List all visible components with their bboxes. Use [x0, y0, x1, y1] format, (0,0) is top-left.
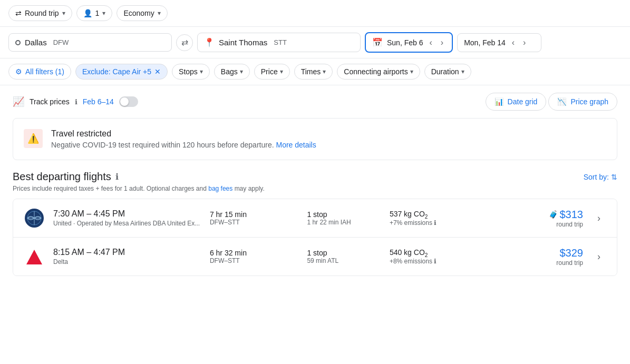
price-chevron-icon: ▾ — [280, 68, 283, 75]
united-globe-svg — [27, 211, 42, 225]
flights-section: Best departing flights ℹ Sort by: ⇅ Pric… — [0, 160, 630, 287]
sort-icon: ⇅ — [611, 173, 617, 181]
destination-icon: 📍 — [204, 37, 215, 47]
restriction-title: Travel restricted — [51, 129, 316, 139]
depart-date: Sun, Feb 6 — [387, 38, 423, 47]
depart-date-field[interactable]: 📅 Sun, Feb 6 ‹ › — [365, 32, 453, 53]
emission-percent: +8% emissions ℹ — [390, 258, 501, 265]
flight-times-delta: 8:15 AM – 4:47 PM Delta — [53, 248, 201, 265]
flight-price-united: 🧳 $313 round trip — [509, 209, 583, 228]
flights-list: 7:30 AM – 4:45 PM United · Operated by M… — [13, 199, 617, 276]
price-graph-button[interactable]: 📉 Price graph — [548, 93, 617, 111]
connecting-airports-filter[interactable]: Connecting airports ▾ — [337, 64, 420, 80]
duration-text: 6 hr 32 min — [210, 249, 299, 257]
date-grid-label: Date grid — [508, 97, 538, 106]
track-prices-toggle[interactable] — [119, 96, 138, 107]
airline-name: United · Operated by Mesa Airlines DBA U… — [53, 220, 201, 227]
times-filter[interactable]: Times ▾ — [294, 64, 333, 80]
stop-detail: 59 min ATL — [307, 257, 381, 264]
destination-field[interactable]: 📍 Saint Thomas STT — [197, 33, 361, 52]
toggle-circle — [120, 97, 129, 106]
section-subtitle: Prices include required taxes + fees for… — [13, 185, 617, 192]
track-prices-label: Track prices — [30, 97, 70, 106]
cabin-chevron-icon: ▾ — [158, 9, 161, 17]
bag-fees-link[interactable]: bag fees — [208, 185, 232, 192]
chevron-down-icon: › — [597, 213, 600, 224]
travel-restriction-banner: ⚠️ Travel restricted Negative COVID-19 t… — [13, 118, 617, 160]
price-amount: $313 — [560, 209, 584, 221]
flight-stops-delta: 1 stop 59 min ATL — [307, 249, 381, 264]
date-grid-button[interactable]: 📊 Date grid — [486, 93, 547, 111]
table-row[interactable]: 7:30 AM – 4:45 PM United · Operated by M… — [13, 199, 617, 238]
destination-city: Saint Thomas — [219, 38, 267, 47]
restriction-body: Negative COVID-19 test required within 1… — [51, 141, 274, 149]
flight-emissions-delta: 540 kg CO2 +8% emissions ℹ — [390, 248, 501, 265]
section-title-text: Best departing flights — [13, 171, 111, 183]
emission-amount: 540 kg CO2 — [390, 248, 501, 258]
passengers-chevron-icon: ▾ — [102, 9, 105, 17]
expand-button-united[interactable]: › — [592, 211, 606, 225]
track-prices-bar: 📈 Track prices ℹ Feb 6–14 📊 Date grid 📉 … — [0, 85, 630, 118]
stops-filter[interactable]: Stops ▾ — [172, 64, 210, 80]
stop-detail: 1 hr 22 min IAH — [307, 219, 381, 226]
flight-duration-united: 7 hr 15 min DFW–STT — [210, 210, 299, 226]
search-bar: Dallas DFW ⇄ 📍 Saint Thomas STT 📅 Sun, F… — [0, 27, 630, 58]
emission-info-icon[interactable]: ℹ — [434, 219, 437, 227]
sort-by-button[interactable]: Sort by: ⇅ — [584, 173, 617, 181]
stops-label: Stops — [179, 67, 198, 76]
sort-by-label: Sort by: — [584, 173, 609, 181]
connecting-chevron-icon: ▾ — [410, 68, 413, 75]
cabin-button[interactable]: Economy ▾ — [117, 5, 167, 21]
origin-field[interactable]: Dallas DFW — [8, 33, 172, 52]
duration-filter[interactable]: Duration ▾ — [424, 64, 471, 80]
exclude-close-icon[interactable]: ✕ — [154, 67, 161, 76]
route-text: DFW–STT — [210, 257, 299, 264]
time-range: 7:30 AM – 4:45 PM — [53, 209, 201, 219]
return-prev-button[interactable]: ‹ — [510, 38, 517, 47]
price-amount: $329 — [560, 247, 584, 259]
calendar-icon: 📅 — [372, 37, 383, 47]
airline-logo-united — [24, 208, 45, 229]
emission-amount: 537 kg CO2 — [390, 210, 501, 220]
flight-duration-delta: 6 hr 32 min DFW–STT — [210, 249, 299, 264]
duration-label: Duration — [431, 67, 459, 76]
price-graph-label: Price graph — [570, 97, 608, 106]
section-info-icon[interactable]: ℹ — [115, 172, 119, 182]
price-type: round trip — [509, 221, 583, 228]
expand-button-delta[interactable]: › — [592, 249, 606, 264]
times-label: Times — [301, 67, 321, 76]
price-label: Price — [261, 67, 278, 76]
bags-label: Bags — [221, 67, 238, 76]
return-date-field[interactable]: Mon, Feb 14 ‹ › — [457, 33, 541, 52]
times-chevron-icon: ▾ — [323, 68, 326, 75]
filter-bar: ⚙ All filters (1) Exclude: Cape Air +5 ✕… — [0, 58, 630, 85]
emission-percent: +7% emissions ℹ — [390, 219, 501, 227]
round-trip-button[interactable]: ⇄ Round trip ▾ — [8, 5, 72, 21]
exclude-cape-air-chip[interactable]: Exclude: Cape Air +5 ✕ — [75, 64, 168, 80]
bags-chevron-icon: ▾ — [240, 68, 243, 75]
all-filters-label: All filters (1) — [25, 67, 64, 76]
airline-logo-delta — [24, 246, 45, 267]
depart-prev-button[interactable]: ‹ — [428, 38, 434, 47]
restriction-text: Negative COVID-19 test required within 1… — [51, 141, 316, 149]
section-title: Best departing flights ℹ — [13, 171, 119, 183]
price-filter[interactable]: Price ▾ — [254, 64, 290, 80]
return-next-button[interactable]: › — [521, 38, 528, 47]
more-details-link[interactable]: More details — [276, 141, 316, 149]
duration-chevron-icon: ▾ — [461, 68, 464, 75]
all-filters-button[interactable]: ⚙ All filters (1) — [8, 64, 71, 80]
return-date: Mon, Feb 14 — [464, 38, 506, 47]
price-graph-icon: 📉 — [557, 97, 566, 106]
depart-next-button[interactable]: › — [439, 38, 445, 47]
price-type: round trip — [509, 259, 583, 267]
connecting-label: Connecting airports — [344, 67, 408, 76]
track-info-icon[interactable]: ℹ — [75, 98, 77, 106]
swap-airports-button[interactable]: ⇄ — [176, 34, 193, 51]
stop-count: 1 stop — [307, 249, 381, 257]
stop-count: 1 stop — [307, 210, 381, 219]
bags-filter[interactable]: Bags ▾ — [214, 64, 250, 80]
passengers-button[interactable]: 👤 1 ▾ — [76, 5, 113, 21]
table-row[interactable]: 8:15 AM – 4:47 PM Delta 6 hr 32 min DFW–… — [13, 238, 617, 276]
flight-stops-united: 1 stop 1 hr 22 min IAH — [307, 210, 381, 226]
emission-info-icon[interactable]: ℹ — [434, 258, 437, 265]
